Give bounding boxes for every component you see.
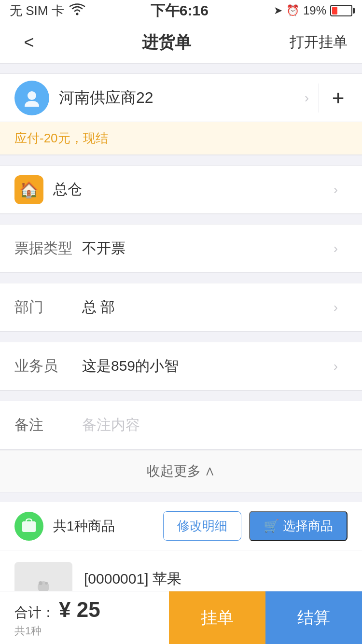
- total-main: 合计： ¥ 25: [14, 598, 154, 622]
- svg-point-4: [39, 581, 42, 585]
- warehouse-section: 🏠 总仓 ›: [0, 165, 362, 214]
- product-name: [0000001] 苹果: [84, 569, 326, 589]
- svg-point-1: [28, 91, 36, 100]
- product-count: 共1种商品: [53, 517, 163, 535]
- status-left: 无 SIM 卡: [10, 2, 85, 19]
- invoice-value: 不开票: [82, 238, 334, 258]
- page-title: 进货单: [142, 31, 191, 54]
- hang-button[interactable]: 挂单: [169, 591, 265, 644]
- staff-value: 这是859的小智: [82, 356, 334, 376]
- supplier-row[interactable]: 河南供应商22 › +: [0, 74, 362, 122]
- warehouse-chevron-icon: ›: [334, 182, 338, 197]
- carrier-label: 无 SIM 卡: [10, 2, 64, 19]
- supplier-name: 河南供应商22: [59, 87, 305, 109]
- products-header: 共1种商品 修改明细 🛒 选择商品: [0, 502, 362, 550]
- separator-5: [0, 332, 362, 342]
- remark-row[interactable]: 备注 备注内容: [0, 401, 362, 449]
- checkout-button[interactable]: 结算: [265, 591, 362, 644]
- total-section: 合计： ¥ 25 共1种: [0, 591, 169, 644]
- bottom-bar: 合计： ¥ 25 共1种 挂单 结算: [0, 591, 362, 644]
- status-right: ➤ ⏰ 19%: [274, 4, 352, 17]
- warehouse-name: 总仓: [53, 180, 334, 199]
- separator-1: [0, 64, 362, 73]
- collapse-label: 收起更多 ∧: [147, 462, 216, 480]
- staff-section: 业务员 这是859的小智 ›: [0, 342, 362, 391]
- staff-row[interactable]: 业务员 这是859的小智 ›: [0, 342, 362, 391]
- department-chevron-icon: ›: [334, 300, 338, 315]
- department-value: 总 部: [82, 297, 334, 317]
- location-icon: ➤: [274, 4, 282, 17]
- separator-7: [0, 492, 362, 502]
- alarm-icon: ⏰: [286, 4, 299, 17]
- svg-point-0: [76, 13, 78, 15]
- department-row[interactable]: 部门 总 部 ›: [0, 283, 362, 332]
- products-icon: [14, 512, 43, 541]
- product-code: [0000001]: [84, 571, 153, 587]
- remark-label: 备注: [14, 415, 82, 435]
- total-label: 合计：: [14, 603, 55, 622]
- back-button[interactable]: <: [14, 28, 43, 57]
- status-bar: 无 SIM 卡 下午6:16 ➤ ⏰ 19%: [0, 0, 362, 21]
- nav-bar: < 进货单 打开挂单: [0, 21, 362, 64]
- open-pending-button[interactable]: 打开挂单: [290, 32, 348, 52]
- remark-section: 备注 备注内容: [0, 401, 362, 450]
- department-section: 部门 总 部 ›: [0, 283, 362, 332]
- svg-rect-2: [22, 521, 36, 532]
- warehouse-icon: 🏠: [14, 175, 43, 204]
- total-amount: ¥ 25: [59, 598, 100, 622]
- separator-4: [0, 273, 362, 283]
- separator-6: [0, 391, 362, 401]
- supplier-section: 河南供应商22 › + 应付-20元，现结: [0, 73, 362, 155]
- modify-detail-button[interactable]: 修改明细: [163, 511, 241, 541]
- select-product-icon: 🛒: [264, 518, 279, 533]
- wifi-icon: [69, 3, 85, 19]
- supplier-chevron-icon: ›: [305, 90, 309, 106]
- invoice-row[interactable]: 票据类型 不开票 ›: [0, 224, 362, 273]
- total-sub: 共1种: [14, 624, 154, 638]
- remark-value[interactable]: 备注内容: [82, 415, 348, 435]
- staff-chevron-icon: ›: [334, 359, 338, 374]
- battery-percent: 19%: [303, 4, 326, 17]
- invoice-section: 票据类型 不开票 ›: [0, 224, 362, 273]
- staff-label: 业务员: [14, 356, 82, 376]
- status-time: 下午6:16: [151, 1, 209, 21]
- supplier-notice: 应付-20元，现结: [0, 122, 362, 155]
- warehouse-row[interactable]: 🏠 总仓 ›: [0, 166, 362, 214]
- battery-icon: [330, 5, 352, 16]
- collapse-button[interactable]: 收起更多 ∧: [0, 450, 362, 492]
- department-label: 部门: [14, 297, 82, 317]
- invoice-chevron-icon: ›: [334, 241, 338, 256]
- invoice-label: 票据类型: [14, 238, 82, 258]
- svg-point-5: [45, 582, 48, 585]
- select-product-label: 选择商品: [283, 518, 333, 534]
- add-supplier-button[interactable]: +: [319, 84, 348, 112]
- select-product-button[interactable]: 🛒 选择商品: [249, 511, 348, 541]
- separator-2: [0, 155, 362, 165]
- separator-3: [0, 214, 362, 224]
- supplier-avatar: [14, 81, 49, 115]
- product-title: 苹果: [153, 571, 181, 587]
